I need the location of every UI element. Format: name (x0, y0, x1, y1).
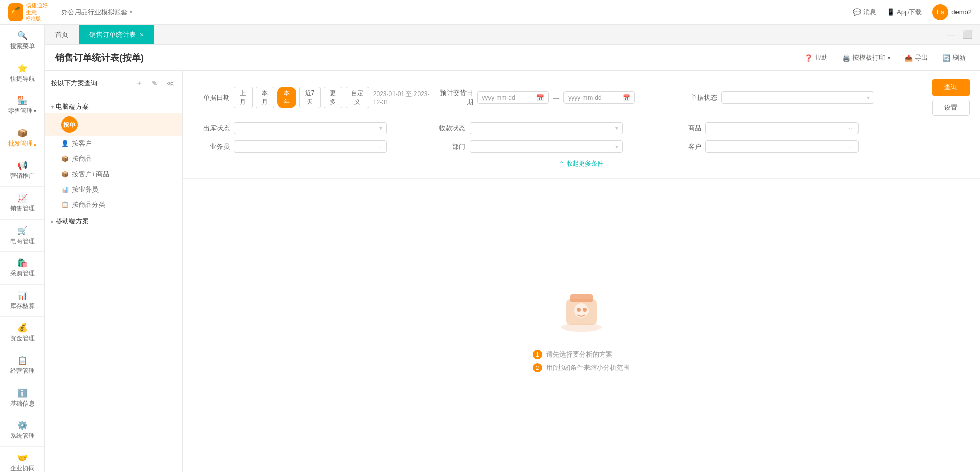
sidebar-item-inventory[interactable]: 📊 库存核算 (0, 285, 44, 317)
page-header: 销售订单统计表(按单) ❓ 帮助 🖨️ 按模板打印 ▾ 📤 (45, 45, 980, 71)
expected-date-end-input[interactable]: yyyy-mm-dd 📅 (564, 91, 635, 104)
tree-item-by-customer-goods[interactable]: 📦 按客户+商品 (45, 167, 182, 182)
date-btn-custom[interactable]: 自定义 (346, 87, 369, 108)
chevron-up-icon: ▴ (34, 140, 36, 147)
date-btn-this-month[interactable]: 本月 (256, 87, 275, 108)
sidebar-item-management[interactable]: 📋 经营管理 (0, 349, 44, 382)
pay-status-select[interactable]: ▾ (470, 122, 623, 134)
export-button[interactable]: 📤 导出 (900, 51, 932, 64)
sidebar-item-wholesale[interactable]: 📦 批发管理▴ (0, 122, 44, 155)
user-name-label: demo2 (951, 8, 972, 16)
dept-select[interactable]: ▾ (470, 140, 623, 153)
date-btn-more[interactable]: 更多 (324, 87, 342, 108)
logo-text: 畅捷通好生意 标准版 (26, 2, 53, 21)
salesman-label: 业务员 (193, 142, 234, 151)
sidebar-item-basic[interactable]: ℹ️ 基础信息 (0, 382, 44, 415)
customer-label: 客户 (665, 142, 705, 151)
status-select[interactable]: ▾ (721, 91, 874, 104)
tree-group-pc-header[interactable]: ▾ 电脑端方案 (45, 100, 182, 113)
sidebar: 🔍 搜索菜单 ⭐ 快捷导航 🏪 零售管理▾ 📦 批发管理▴ 📢 营销推广 📈 (0, 25, 45, 472)
tree-group-pc-label: 电脑端方案 (56, 102, 89, 111)
tree-group-mobile-header[interactable]: ▸ 移动端方案 (45, 215, 182, 228)
template-print-dropdown-icon: ▾ (888, 55, 890, 61)
message-button[interactable]: 💬 消息 (853, 8, 876, 17)
goods-icon: 📦 (61, 155, 69, 162)
empty-illustration (551, 279, 612, 342)
sidebar-item-finance[interactable]: 💰 资金管理 (0, 317, 44, 349)
collapse-filter-button[interactable]: ⌃ 收起更多条件 (193, 157, 970, 170)
date-label: 单据日期 (193, 93, 234, 102)
date-btn-last-7days[interactable]: 近7天 (299, 87, 321, 108)
refresh-icon: 🔄 (942, 54, 950, 62)
tip-num-2: 2 (533, 363, 542, 372)
management-icon: 📋 (17, 356, 28, 365)
tab-close-button[interactable]: × (140, 31, 144, 39)
tab-sales-order-stats[interactable]: 销售订单统计表 × (79, 25, 154, 44)
app-download-button[interactable]: 📱 App下载 (887, 8, 922, 17)
tree-item-by-goods[interactable]: 📦 按商品 (45, 151, 182, 167)
tree-item-by-salesman[interactable]: 📊 按业务员 (45, 182, 182, 197)
gear-icon: ⚙️ (17, 420, 28, 430)
goods-more-icon: ··· (849, 125, 854, 132)
setting-button[interactable]: 设置 (932, 100, 970, 116)
sidebar-item-quicknav[interactable]: ⭐ 快捷导航 (0, 57, 44, 90)
pay-status-label: 收款状态 (429, 124, 470, 133)
print-icon: 🖨️ (842, 54, 850, 62)
window-minimize-button[interactable]: — (945, 29, 958, 41)
refresh-button[interactable]: 🔄 刷新 (938, 51, 970, 64)
star-icon: ⭐ (17, 63, 28, 73)
dept-dropdown-icon: ▾ (615, 143, 618, 150)
chevron-down-icon: ▾ (51, 104, 54, 110)
tab-home[interactable]: 首页 (45, 25, 79, 44)
customer-input[interactable]: ··· (705, 140, 859, 153)
sidebar-item-search[interactable]: 🔍 搜索菜单 (0, 25, 44, 57)
sidebar-item-system[interactable]: ⚙️ 系统管理 (0, 414, 44, 447)
sidebar-item-sales[interactable]: 📈 销售管理 (0, 187, 44, 220)
window-maximize-button[interactable]: ⬜ (962, 29, 974, 41)
salesman-more-icon: ··· (377, 143, 382, 150)
collapse-up-icon: ⌃ (559, 160, 565, 168)
logo-area: 🍊 畅捷通好生意 标准版 (8, 2, 53, 21)
expected-date-start-input[interactable]: yyyy-mm-dd 📅 (477, 91, 549, 104)
sidebar-item-retail[interactable]: 🏪 零售管理▾ (0, 89, 44, 122)
sidebar-item-collab[interactable]: 🤝 企业协同 (0, 447, 44, 472)
empty-tip-2: 2 用[过滤]条件来缩小分析范围 (533, 363, 629, 372)
logo-icon: 🍊 (8, 3, 23, 21)
add-scheme-button[interactable]: ＋ (133, 77, 145, 89)
export-icon: 📤 (904, 54, 913, 62)
date-quick-buttons: 上月 本月 本年 近7天 更多 自定义 (234, 87, 369, 108)
svg-rect-2 (570, 294, 593, 302)
sidebar-item-purchase[interactable]: 🛍️ 采购管理 (0, 252, 44, 285)
sidebar-item-marketing[interactable]: 📢 营销推广 (0, 154, 44, 187)
out-status-label: 出库状态 (193, 124, 234, 133)
query-button[interactable]: 查询 (932, 79, 970, 96)
help-button[interactable]: ❓ 帮助 (800, 51, 832, 64)
app-title-dropdown-icon[interactable]: ▾ (130, 9, 132, 15)
app-title: 办公用品行业模拟账套 (61, 8, 128, 17)
purchase-icon: 🛍️ (17, 258, 28, 268)
dept-label: 部门 (429, 142, 470, 151)
salesman-icon: 📊 (61, 186, 69, 193)
collapse-panel-button[interactable]: ≪ (164, 77, 176, 89)
tree-group-mobile-label: 移动端方案 (56, 217, 89, 226)
date-btn-this-year[interactable]: 本年 (277, 87, 296, 108)
salesman-input[interactable]: ··· (234, 140, 387, 153)
tree-item-by-order[interactable]: 按单 (45, 113, 182, 136)
date-btn-last-month[interactable]: 上月 (234, 87, 253, 108)
out-status-dropdown-icon: ▾ (379, 125, 382, 132)
sidebar-item-ecommerce[interactable]: 🛒 电商管理 (0, 220, 44, 252)
customer-icon: 👤 (61, 140, 69, 147)
empty-svg (551, 279, 612, 340)
tree-item-by-category[interactable]: 📋 按商品分类 (45, 197, 182, 213)
out-status-select[interactable]: ▾ (234, 122, 387, 134)
tree-item-by-customer[interactable]: 👤 按客户 (45, 136, 182, 151)
user-menu[interactable]: Ea demo2 (932, 4, 972, 20)
tip-num-1: 1 (533, 350, 542, 359)
calendar-icon: 📅 (536, 94, 544, 101)
active-scheme-icon: 按单 (61, 116, 78, 133)
basic-icon: ℹ️ (17, 388, 28, 398)
date-range-dash: — (553, 94, 559, 102)
template-print-button[interactable]: 🖨️ 按模板打印 ▾ (838, 51, 894, 64)
edit-scheme-button[interactable]: ✎ (149, 77, 161, 89)
goods-input[interactable]: ··· (705, 122, 859, 134)
